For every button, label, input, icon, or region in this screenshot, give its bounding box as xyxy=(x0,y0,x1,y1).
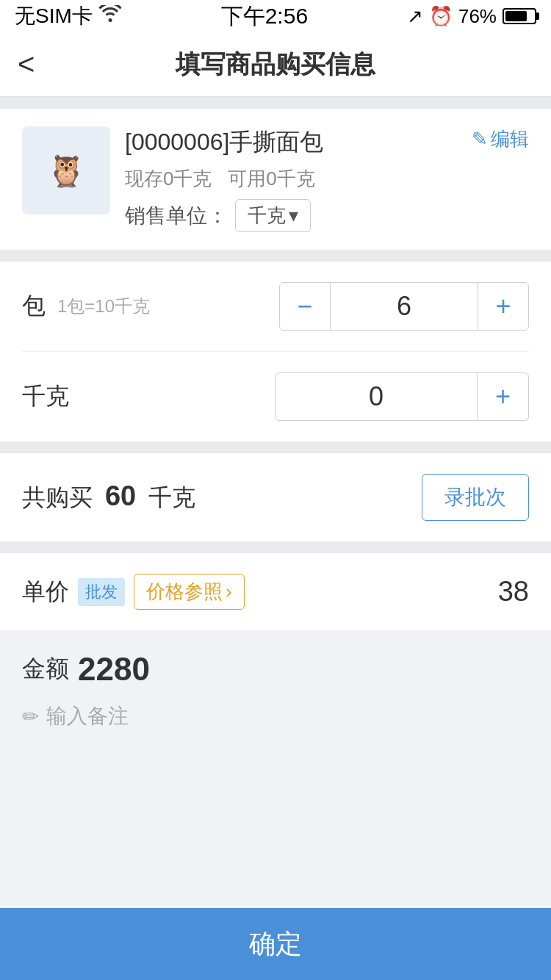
product-thumb-icon: 🦉 xyxy=(47,153,85,189)
chevron-right-icon: › xyxy=(226,580,232,603)
product-card: 🦉 [0000006]手撕面包 现存0千克 可用0千克 销售单位： 千克 ▾ ✎… xyxy=(0,109,551,250)
price-row: 单价 批发 价格参照 › 38 xyxy=(22,574,529,610)
price-label: 单价 xyxy=(22,576,69,608)
kg-label: 千克 xyxy=(22,381,69,413)
divider-2 xyxy=(0,250,551,262)
battery-icon xyxy=(503,8,536,24)
product-info: [0000006]手撕面包 现存0千克 可用0千克 销售单位： 千克 ▾ xyxy=(125,126,529,232)
divider-1 xyxy=(0,97,551,109)
nav-bar: < 填写商品购买信息 xyxy=(0,32,551,97)
wifi-icon xyxy=(98,4,122,28)
total-row: 共购买 60 千克 录批次 xyxy=(0,453,551,541)
kg-plus-button[interactable]: + xyxy=(478,372,529,421)
batch-button[interactable]: 录批次 xyxy=(422,474,529,521)
amount-label: 金额 xyxy=(22,653,69,685)
page-title: 填写商品购买信息 xyxy=(176,48,375,82)
amount-row: 金额 2280 xyxy=(22,651,529,702)
alarm-icon: ⏰ xyxy=(429,5,453,28)
edit-button[interactable]: ✎ 编辑 xyxy=(472,126,529,152)
remark-row[interactable]: ✏ 输入备注 xyxy=(22,702,529,745)
status-bar: 无SIM卡 下午2:56 ↗ ⏰ 76% xyxy=(0,0,551,32)
product-thumbnail: 🦉 xyxy=(22,126,110,215)
bao-minus-button[interactable]: − xyxy=(279,282,331,331)
edit-icon: ✎ xyxy=(472,128,488,151)
status-time: 下午2:56 xyxy=(221,1,308,32)
kg-quantity-control: + xyxy=(275,372,529,421)
price-section: 单价 批发 价格参照 › 38 xyxy=(0,553,551,630)
confirm-button[interactable]: 确定 xyxy=(0,908,551,980)
price-value: 38 xyxy=(498,576,529,608)
product-unit: 销售单位： 千克 ▾ xyxy=(125,199,529,232)
product-stock: 现存0千克 可用0千克 xyxy=(125,166,529,192)
status-left: 无SIM卡 xyxy=(15,2,122,30)
bao-input[interactable] xyxy=(331,282,478,331)
remark-placeholder: 输入备注 xyxy=(46,702,129,730)
kg-input[interactable] xyxy=(275,372,478,421)
form-row-bao: 包 1包=10千克 − + xyxy=(22,262,529,352)
unit-select[interactable]: 千克 ▾ xyxy=(235,199,311,232)
form-section: 包 1包=10千克 − + 千克 + xyxy=(0,262,551,442)
divider-4 xyxy=(0,541,551,553)
amount-section: 金额 2280 ✏ 输入备注 xyxy=(0,630,551,765)
back-button[interactable]: < xyxy=(18,48,35,81)
battery-label: 76% xyxy=(458,5,497,28)
divider-3 xyxy=(0,442,551,453)
bao-quantity-control: − + xyxy=(279,282,529,331)
price-type-tag: 批发 xyxy=(78,578,125,606)
chevron-down-icon: ▾ xyxy=(289,204,298,227)
pencil-icon: ✏ xyxy=(22,705,39,729)
total-amount: 60 xyxy=(105,480,136,511)
product-name: [0000006]手撕面包 xyxy=(125,126,529,159)
bao-hint: 1包=10千克 xyxy=(57,295,150,318)
carrier-label: 无SIM卡 xyxy=(15,2,93,30)
total-text: 共购买 60 千克 xyxy=(22,480,195,514)
back-arrow-icon: < xyxy=(18,48,35,81)
price-ref-button[interactable]: 价格参照 › xyxy=(134,574,245,610)
form-row-kg: 千克 + xyxy=(22,352,529,442)
status-right: ↗ ⏰ 76% xyxy=(407,5,536,28)
location-icon: ↗ xyxy=(407,5,423,28)
amount-value: 2280 xyxy=(78,651,150,688)
bao-label: 包 1包=10千克 xyxy=(22,290,150,323)
bao-plus-button[interactable]: + xyxy=(478,282,529,331)
